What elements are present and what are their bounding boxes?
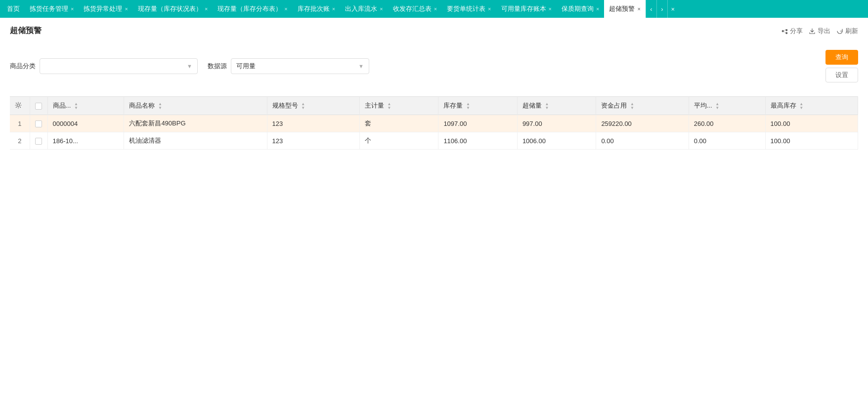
query-button[interactable]: 查询 <box>825 50 858 65</box>
cell-stock: 1106.00 <box>438 132 518 150</box>
page-actions: 分享 导出 刷新 <box>781 27 858 36</box>
nav-prev-arrow[interactable]: ‹ <box>646 0 656 18</box>
cell-product-name: 六配套新昌490BPG <box>124 115 267 132</box>
col-product-name[interactable]: 商品名称 ▲▼ <box>124 97 267 115</box>
chevron-down-icon: ▼ <box>187 63 192 69</box>
select-all-checkbox[interactable] <box>35 103 42 110</box>
data-table: 商品... ▲▼ 商品名称 ▲▼ 规格型号 ▲▼ 主计量 ▲▼ 库存量 ▲▼ <box>10 96 858 150</box>
row-checkbox-cell[interactable] <box>30 132 47 150</box>
nav-available[interactable]: 可用量库存账本 × <box>496 0 557 18</box>
nav-task-mgmt[interactable]: 拣货任务管理 × <box>25 0 79 18</box>
close-icon[interactable]: × <box>596 6 599 12</box>
page-content: 超储预警 分享 导出 刷新 <box>0 18 868 395</box>
col-stock[interactable]: 库存量 ▲▼ <box>438 97 518 115</box>
cell-capital: 0.00 <box>596 132 689 150</box>
nav-expiry[interactable]: 保质期查询 × <box>557 0 604 18</box>
svg-point-0 <box>17 104 20 106</box>
sort-icon: ▲▼ <box>799 102 803 110</box>
nav-next-arrow[interactable]: › <box>656 0 667 18</box>
action-buttons: 查询 设置 <box>825 50 858 82</box>
table-header-row: 商品... ▲▼ 商品名称 ▲▼ 规格型号 ▲▼ 主计量 ▲▼ 库存量 ▲▼ <box>10 97 858 115</box>
gear-icon <box>15 102 22 109</box>
row-number: 1 <box>10 115 30 132</box>
sort-icon: ▲▼ <box>715 102 719 110</box>
cell-avg: 260.00 <box>689 115 765 132</box>
cell-spec: 123 <box>267 115 359 132</box>
datasource-filter: 数据源 可用量 ▼ <box>208 58 369 74</box>
cell-overstock: 1006.00 <box>517 132 596 150</box>
nav-stock-status[interactable]: 现存量（库存状况表） × <box>133 0 213 18</box>
datasource-select[interactable]: 可用量 ▼ <box>231 58 369 74</box>
chevron-down-icon: ▼ <box>358 63 364 69</box>
cell-product-code: 186-10... <box>47 132 124 150</box>
share-button[interactable]: 分享 <box>781 27 803 36</box>
nav-home[interactable]: 首页 <box>2 0 25 18</box>
nav-more-arrow[interactable]: × <box>667 0 678 18</box>
datasource-label: 数据源 <box>208 62 227 71</box>
row-checkbox-cell[interactable] <box>30 115 47 132</box>
close-icon[interactable]: × <box>434 6 437 12</box>
close-icon[interactable]: × <box>549 6 552 12</box>
sort-icon: ▲▼ <box>630 102 634 110</box>
export-icon <box>809 28 816 35</box>
sort-icon: ▲▼ <box>301 102 305 110</box>
close-icon[interactable]: × <box>380 6 383 12</box>
row-checkbox[interactable] <box>35 120 42 127</box>
datasource-value: 可用量 <box>236 62 256 71</box>
close-icon[interactable]: × <box>71 6 74 12</box>
nav-summary[interactable]: 收发存汇总表 × <box>388 0 442 18</box>
page-header: 超储预警 分享 导出 刷新 <box>10 26 858 36</box>
cell-stock: 1097.00 <box>438 115 518 132</box>
nav-exception[interactable]: 拣货异常处理 × <box>79 0 132 18</box>
cell-avg: 0.00 <box>689 132 765 150</box>
col-product-code[interactable]: 商品... ▲▼ <box>47 97 124 115</box>
cell-product-name: 机油滤清器 <box>124 132 267 150</box>
nav-overstock[interactable]: 超储预警 × <box>604 0 645 18</box>
refresh-button[interactable]: 刷新 <box>836 27 858 36</box>
cell-max-stock: 100.00 <box>765 115 858 132</box>
export-button[interactable]: 导出 <box>809 27 830 36</box>
close-icon[interactable]: × <box>205 6 208 12</box>
table-row: 1 0000004 六配套新昌490BPG 123 套 1097.00 997.… <box>10 115 858 132</box>
cell-spec: 123 <box>267 132 359 150</box>
row-checkbox[interactable] <box>35 138 42 145</box>
cell-overstock: 997.00 <box>517 115 596 132</box>
nav-batch[interactable]: 库存批次账 × <box>293 0 340 18</box>
col-unit[interactable]: 主计量 ▲▼ <box>359 97 438 115</box>
category-label: 商品分类 <box>10 62 36 71</box>
close-icon[interactable]: × <box>332 6 335 12</box>
settings-button[interactable]: 设置 <box>825 68 858 82</box>
col-spec[interactable]: 规格型号 ▲▼ <box>267 97 359 115</box>
page-title: 超储预警 <box>10 26 42 36</box>
row-number: 2 <box>10 132 30 150</box>
nav-order-stats[interactable]: 要货单统计表 × <box>442 0 496 18</box>
col-avg[interactable]: 平均... ▲▼ <box>689 97 765 115</box>
category-filter: 商品分类 ▼ <box>10 58 198 74</box>
filter-bar: 商品分类 ▼ 数据源 可用量 ▼ 查询 设置 <box>10 44 858 88</box>
cell-max-stock: 100.00 <box>765 132 858 150</box>
close-icon[interactable]: × <box>637 6 640 12</box>
share-icon <box>781 28 788 35</box>
sort-icon: ▲▼ <box>466 102 470 110</box>
sort-icon: ▲▼ <box>158 102 162 110</box>
col-overstock[interactable]: 超储量 ▲▼ <box>517 97 596 115</box>
close-icon[interactable]: × <box>125 6 128 12</box>
sort-icon: ▲▼ <box>388 102 391 110</box>
refresh-icon <box>836 28 843 35</box>
nav-stock-dist[interactable]: 现存量（库存分布表） × <box>213 0 292 18</box>
close-icon[interactable]: × <box>284 6 287 12</box>
close-icon[interactable]: × <box>488 6 491 12</box>
category-select[interactable]: ▼ <box>40 58 198 74</box>
sort-icon: ▲▼ <box>545 102 549 110</box>
table-row: 2 186-10... 机油滤清器 123 个 1106.00 1006.00 … <box>10 132 858 150</box>
cell-unit: 套 <box>359 115 438 132</box>
table-select-all-header[interactable] <box>30 97 47 115</box>
col-capital[interactable]: 资金占用 ▲▼ <box>596 97 689 115</box>
table-settings-header[interactable] <box>10 97 30 115</box>
cell-unit: 个 <box>359 132 438 150</box>
nav-inout-flow[interactable]: 出入库流水 × <box>340 0 388 18</box>
cell-product-code: 0000004 <box>47 115 124 132</box>
top-navigation: 首页 拣货任务管理 × 拣货异常处理 × 现存量（库存状况表） × 现存量（库存… <box>0 0 868 18</box>
cell-capital: 259220.00 <box>596 115 689 132</box>
col-max-stock[interactable]: 最高库存 ▲▼ <box>765 97 858 115</box>
